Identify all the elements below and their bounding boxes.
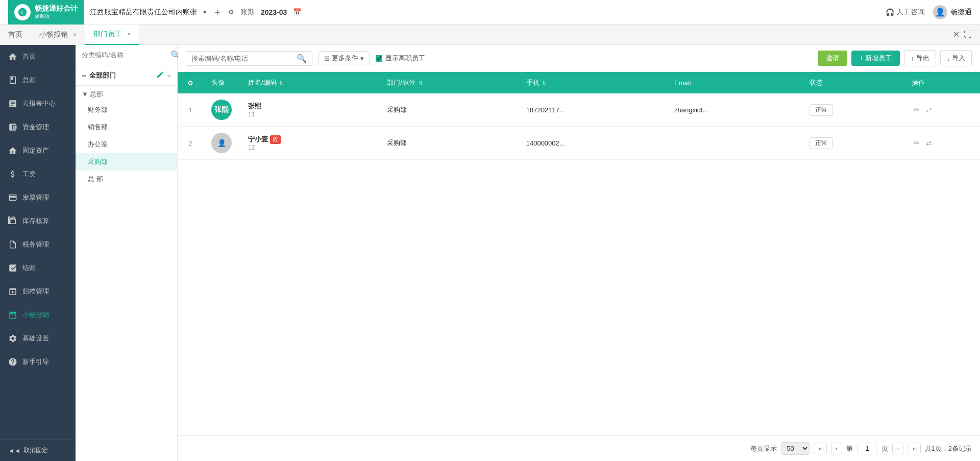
- sidebar-label-ledger: 总账: [22, 76, 36, 85]
- dept-search-input[interactable]: [82, 51, 167, 59]
- top-right-area: 🎧 人工咨询 👤 畅捷通: [886, 5, 972, 19]
- more-button[interactable]: ⇄: [924, 139, 934, 147]
- dept-group-headquarter: ▼ 总部: [76, 86, 177, 101]
- per-page-select[interactable]: 50 20 100: [781, 442, 810, 455]
- all-dept-header[interactable]: ▪▪ 全部部门 «: [76, 65, 177, 86]
- sidebar-item-ledger[interactable]: 总账: [0, 68, 76, 92]
- sidebar-item-archive[interactable]: 归档管理: [0, 280, 76, 303]
- period-value: 2023-03: [261, 8, 287, 16]
- sort-dept-icon[interactable]: ⇅: [419, 80, 423, 86]
- col-action-label: 操作: [912, 79, 925, 86]
- per-page-label: 每页显示: [750, 444, 777, 453]
- col-phone[interactable]: 手机 ⇅: [518, 72, 666, 93]
- sidebar-label-xiaochang: 小畅报销: [22, 310, 49, 320]
- add-company-button[interactable]: ＋: [213, 6, 222, 18]
- show-resigned-text: 显示离职员工: [385, 54, 425, 63]
- export-button[interactable]: ↑ 导出: [904, 50, 936, 66]
- show-resigned-label[interactable]: 显示离职员工: [376, 54, 425, 63]
- period-label: 账期: [240, 8, 255, 17]
- search-icon[interactable]: 🔍: [297, 54, 307, 63]
- sidebar-item-home[interactable]: 首页: [0, 45, 76, 68]
- page-input[interactable]: [857, 443, 877, 454]
- sidebar-item-checkout[interactable]: 结账: [0, 256, 76, 280]
- book-icon: [8, 76, 17, 85]
- sort-phone-icon[interactable]: ⇅: [542, 80, 546, 86]
- company-name[interactable]: 江西服宝精品有限责任公司内账张: [90, 8, 197, 17]
- dept-item-general[interactable]: 总 部: [76, 171, 177, 188]
- status-badge: 正常: [810, 104, 833, 116]
- employee-table: ⚙ 头像 姓名/编码 ⇅ 部门/职位 ⇅: [178, 72, 980, 160]
- settings-button[interactable]: ⚙: [228, 8, 234, 16]
- add-employee-button[interactable]: + 新增员工: [851, 51, 900, 66]
- tab-xiaochang[interactable]: 小畅报销 ×: [31, 25, 85, 45]
- col-email-label: Email: [674, 79, 691, 87]
- sidebar-label-home: 首页: [22, 52, 36, 61]
- col-dept-position[interactable]: 部门/职位 ⇅: [379, 72, 518, 93]
- employee-table-container: ⚙ 头像 姓名/编码 ⇅ 部门/职位 ⇅: [178, 72, 980, 435]
- dept-collapse-button[interactable]: «: [167, 71, 171, 79]
- svg-text:会: 会: [20, 10, 24, 15]
- logo-icon: 会: [14, 4, 31, 20]
- sort-name-icon[interactable]: ⇅: [279, 80, 283, 86]
- tab-dept-emp-close[interactable]: ×: [127, 31, 131, 38]
- dept-edit-button[interactable]: [156, 70, 164, 80]
- name-code-wrapper: 宁小壹应 12: [248, 135, 371, 151]
- user-name: 畅捷通: [950, 8, 972, 17]
- sidebar-item-fund[interactable]: 资金管理: [0, 115, 76, 139]
- row-num: 1: [178, 93, 203, 127]
- user-avatar-icon: 👤: [935, 7, 945, 17]
- first-page-button[interactable]: «: [814, 443, 826, 454]
- cancel-fixed-label: 取消固定: [23, 446, 48, 455]
- sidebar-item-settings[interactable]: 基础设置: [0, 327, 76, 350]
- tab-xiaochang-close[interactable]: ×: [73, 31, 77, 38]
- emp-code: 12: [248, 144, 371, 151]
- close-window-button[interactable]: ✕: [953, 30, 960, 39]
- more-button[interactable]: ⇄: [924, 106, 934, 114]
- col-action: 操作: [903, 72, 980, 93]
- settings-col-icon: ⚙: [187, 79, 193, 87]
- tab-dept-emp[interactable]: 部门员工 ×: [85, 25, 139, 45]
- col-avatar: 头像: [203, 72, 240, 93]
- sidebar-item-assets[interactable]: 固定资产: [0, 139, 76, 162]
- company-dropdown-button[interactable]: ▾: [203, 8, 207, 16]
- sidebar-label-archive: 归档管理: [22, 287, 49, 296]
- user-area[interactable]: 👤 畅捷通: [933, 5, 972, 19]
- support-button[interactable]: 🎧 人工咨询: [886, 8, 925, 17]
- edit-button[interactable]: ✏: [912, 106, 922, 114]
- show-resigned-checkbox[interactable]: [376, 55, 382, 62]
- more-conditions-button[interactable]: ⊟ 更多条件 ▾: [318, 51, 370, 65]
- import-button[interactable]: ↓ 导入: [940, 50, 972, 66]
- last-page-button[interactable]: »: [908, 443, 920, 454]
- sidebar-item-reports[interactable]: 云报表中心: [0, 92, 76, 115]
- sidebar-item-guide[interactable]: 新手引导: [0, 350, 76, 374]
- next-page-button[interactable]: ›: [892, 443, 903, 454]
- tab-home[interactable]: 首页: [0, 25, 31, 45]
- employee-search-input[interactable]: [191, 55, 293, 62]
- add-employee-label: + 新增员工: [860, 54, 892, 62]
- cancel-fixed-button[interactable]: ◄◄ 取消固定: [0, 440, 76, 461]
- sidebar-label-inventory: 库存核算: [22, 216, 49, 226]
- col-name-code[interactable]: 姓名/编码 ⇅: [240, 72, 379, 93]
- prev-page-button[interactable]: ‹: [831, 443, 842, 454]
- sidebar-item-inventory[interactable]: 库存核算: [0, 209, 76, 233]
- tab-dept-emp-label: 部门员工: [93, 30, 122, 39]
- pin-icon: ◄◄: [8, 447, 20, 454]
- dept-item-office[interactable]: 办公室: [76, 136, 177, 153]
- gear-icon: [8, 334, 17, 343]
- wallet-icon: [8, 123, 17, 132]
- sidebar-item-xiaochang[interactable]: 小畅报销: [0, 303, 76, 327]
- calendar-button[interactable]: 📅: [293, 8, 302, 16]
- sidebar-item-salary[interactable]: 工资: [0, 162, 76, 186]
- sidebar-item-tax[interactable]: 税务管理: [0, 233, 76, 256]
- sidebar-label-checkout: 结账: [22, 263, 36, 273]
- edit-button[interactable]: ✏: [912, 139, 922, 147]
- maximize-window-button[interactable]: ⛶: [964, 30, 972, 39]
- dept-item-sales[interactable]: 销售部: [76, 118, 177, 136]
- invite-button[interactable]: 邀请: [818, 51, 847, 66]
- dept-item-finance[interactable]: 财务部: [76, 101, 177, 118]
- dept-label-sales: 销售部: [88, 123, 108, 132]
- col-settings[interactable]: ⚙: [178, 72, 203, 93]
- cell-name-code: 张熙 11: [240, 93, 379, 127]
- dept-item-purchase[interactable]: 采购部: [76, 153, 177, 171]
- sidebar-item-invoice[interactable]: 发票管理: [0, 186, 76, 209]
